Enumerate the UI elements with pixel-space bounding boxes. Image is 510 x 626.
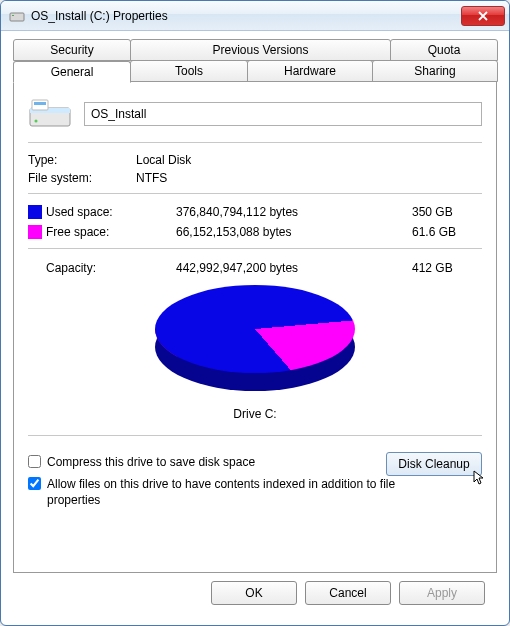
used-size: 350 GB (412, 205, 482, 219)
type-value: Local Disk (136, 153, 482, 167)
tab-panel-general: Type: Local Disk File system: NTFS Used … (13, 81, 497, 573)
svg-rect-0 (10, 13, 24, 21)
tab-previous-versions[interactable]: Previous Versions (130, 39, 391, 61)
dialog-buttons: OK Cancel Apply (13, 573, 497, 605)
disk-cleanup-button[interactable]: Disk Cleanup (386, 452, 482, 476)
free-bytes: 66,152,153,088 bytes (146, 225, 404, 239)
tab-strip: Security Previous Versions Quota General… (13, 39, 497, 573)
space-table: Used space: 376,840,794,112 bytes 350 GB… (28, 202, 482, 242)
tab-general[interactable]: General (13, 61, 131, 83)
capacity-label: Capacity: (46, 261, 96, 275)
used-bytes: 376,840,794,112 bytes (146, 205, 404, 219)
apply-button[interactable]: Apply (399, 581, 485, 605)
used-label: Used space: (46, 205, 113, 219)
filesystem-value: NTFS (136, 171, 482, 185)
separator (28, 248, 482, 249)
dialog-body: Security Previous Versions Quota General… (1, 31, 509, 615)
separator (28, 435, 482, 436)
usage-pie-chart (155, 285, 355, 385)
window-title: OS_Install (C:) Properties (31, 9, 461, 23)
capacity-bytes: 442,992,947,200 bytes (146, 261, 404, 275)
filesystem-label: File system: (28, 171, 128, 185)
free-label: Free space: (46, 225, 109, 239)
drive-name-input[interactable] (84, 102, 482, 126)
svg-rect-1 (12, 15, 14, 16)
compress-checkbox[interactable] (28, 455, 41, 468)
tab-hardware[interactable]: Hardware (247, 60, 373, 82)
close-icon (478, 11, 488, 21)
separator (28, 193, 482, 194)
free-size: 61.6 GB (412, 225, 482, 239)
ok-button[interactable]: OK (211, 581, 297, 605)
svg-rect-5 (34, 102, 46, 105)
cancel-button[interactable]: Cancel (305, 581, 391, 605)
drive-icon (28, 96, 72, 132)
titlebar[interactable]: OS_Install (C:) Properties (1, 1, 509, 31)
index-checkbox[interactable] (28, 477, 41, 490)
type-label: Type: (28, 153, 128, 167)
capacity-size: 412 GB (412, 261, 482, 275)
tab-tools[interactable]: Tools (130, 60, 248, 82)
tab-security[interactable]: Security (13, 39, 131, 61)
tab-sharing[interactable]: Sharing (372, 60, 498, 82)
separator (28, 142, 482, 143)
svg-point-6 (35, 120, 38, 123)
drive-icon-small (9, 8, 25, 24)
tab-quota[interactable]: Quota (390, 39, 498, 61)
index-label: Allow files on this drive to have conten… (47, 476, 482, 508)
pie-caption: Drive C: (28, 407, 482, 421)
close-button[interactable] (461, 6, 505, 26)
properties-window: OS_Install (C:) Properties Security Prev… (0, 0, 510, 626)
used-swatch (28, 205, 42, 219)
free-swatch (28, 225, 42, 239)
